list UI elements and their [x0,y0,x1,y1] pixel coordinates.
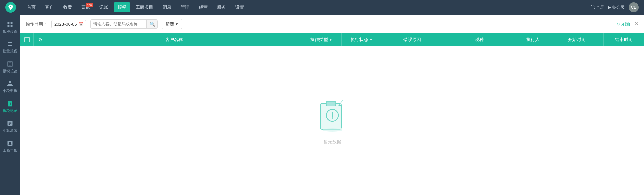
new-badge: new [86,3,93,7]
svg-point-12 [322,128,342,132]
sort-icon-exec-status: ▼ [369,38,373,42]
sidebar-item-tax-settings[interactable]: 报税设置 [0,17,20,37]
svg-rect-2 [8,25,10,27]
gear-icon: ⚙ [38,37,42,42]
settlement-icon [7,120,13,127]
nav-manage[interactable]: 管理 [177,2,194,12]
svg-point-9 [332,117,333,119]
empty-state: 暂无数据 [20,46,644,195]
th-gear[interactable]: ⚙ [34,33,47,46]
svg-rect-1 [11,22,13,24]
sidebar-item-tax-record[interactable]: 报税记录 [0,97,20,117]
date-value: 2023-06-06 [54,22,77,27]
nav-finance[interactable]: 经营 [195,2,212,12]
top-nav: 首页 客户 收费 票据 new 记账 报税 工商项目 消息 管理 经营 服务 设… [0,0,644,15]
toolbar-right: ↻ 刷新 ✕ [616,21,639,27]
th-op-type[interactable]: 操作类型 ▼ [301,33,342,46]
th-start-time: 开始时间 [550,33,604,46]
sidebar-item-settlement[interactable]: 汇算清缴 [0,117,20,136]
search-button[interactable]: 🔍 [146,20,158,28]
sidebar-item-tax-overview[interactable]: 报税总览 [0,57,20,77]
empty-text: 暂无数据 [324,139,341,145]
sort-icon-op-type: ▼ [329,38,332,42]
member-icon: ▶ [608,5,611,10]
calendar-icon: 📅 [78,22,83,26]
batch-tax-icon [7,41,13,47]
select-all-checkbox[interactable] [24,37,30,42]
content-area: 操作日期： 2023-06-06 📅 🔍 筛选 ▼ ↻ 刷新 ✕ [20,15,644,195]
date-label: 操作日期： [26,21,47,27]
nav-business[interactable]: 工商项目 [132,2,157,12]
nav-account[interactable]: 记账 [95,2,112,12]
nav-home[interactable]: 首页 [23,2,40,12]
tax-settings-icon [7,21,13,28]
date-picker[interactable]: 2023-06-06 📅 [51,20,86,28]
svg-rect-6 [326,101,336,106]
th-error-reason: 错误原因 [382,33,442,46]
main-area: 报税设置 批量报税 报税总览 个税申报 [0,15,644,195]
nav-service[interactable]: 服务 [213,2,230,12]
empty-illustration [315,96,349,133]
nav-message[interactable]: 消息 [159,2,175,12]
fullscreen-icon: ⛶ [591,5,595,10]
chevron-down-icon: ▼ [175,22,179,26]
avatar[interactable]: CE [629,2,639,12]
th-customer: 客户名称 [47,33,301,46]
nav-right: ⛶ 全屏 ▶ 畅会员 CE [591,2,639,12]
member-btn[interactable]: ▶ 畅会员 [608,5,625,10]
nav-tax[interactable]: 报税 [114,2,130,12]
svg-point-4 [9,81,11,84]
sidebar-item-personal-tax[interactable]: 个税申报 [0,77,20,97]
search-box: 🔍 [90,20,158,29]
nav-invoice[interactable]: 票据 new [77,2,94,12]
toolbar: 操作日期： 2023-06-06 📅 🔍 筛选 ▼ ↻ 刷新 ✕ [20,15,644,33]
search-icon: 🔍 [149,22,155,27]
sidebar-item-batch-tax[interactable]: 批量报税 [0,37,20,57]
refresh-icon: ↻ [616,22,620,27]
refresh-button[interactable]: ↻ 刷新 [616,21,630,27]
nav-settings[interactable]: 设置 [231,2,248,12]
sidebar-item-annual-report[interactable]: 工商年报 [0,136,20,156]
svg-rect-0 [8,22,10,24]
th-executor: 执行人 [516,33,550,46]
th-exec-status[interactable]: 执行状态 ▼ [342,33,382,46]
fullscreen-btn[interactable]: ⛶ 全屏 [591,5,604,10]
search-input[interactable] [91,20,146,28]
th-checkbox[interactable] [20,33,34,46]
close-button[interactable]: ✕ [634,21,639,27]
filter-button[interactable]: 筛选 ▼ [162,19,182,29]
app-logo[interactable] [5,2,16,13]
tax-record-icon [7,100,13,107]
svg-rect-3 [11,25,13,27]
sidebar: 报税设置 批量报税 报税总览 个税申报 [0,15,20,195]
th-end-time: 结束时间 [604,33,644,46]
th-tax-type: 税种 [442,33,516,46]
nav-customer[interactable]: 客户 [41,2,58,12]
tax-overview-icon [7,61,13,67]
personal-tax-icon [7,80,13,87]
table-area: ⚙ 客户名称 操作类型 ▼ 执行状态 ▼ 错误原因 税种 [20,33,644,195]
nav-items: 首页 客户 收费 票据 new 记账 报税 工商项目 消息 管理 经营 服务 设… [23,2,591,12]
nav-billing[interactable]: 收费 [59,2,76,12]
table-header: ⚙ 客户名称 操作类型 ▼ 执行状态 ▼ 错误原因 税种 [20,33,644,46]
annual-report-icon [7,140,13,147]
